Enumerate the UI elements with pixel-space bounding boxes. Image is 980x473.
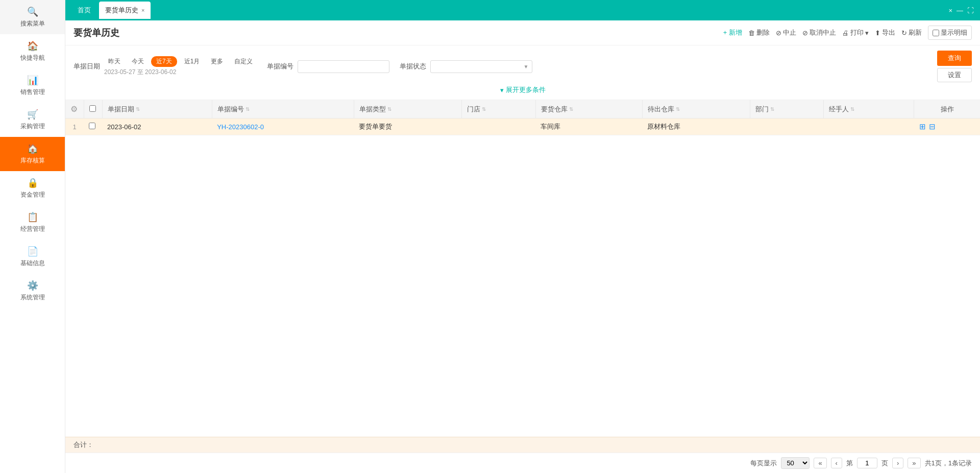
new-button[interactable]: + 新增: [723, 28, 742, 37]
row-delete-icon[interactable]: ⊟: [929, 122, 936, 131]
page-title: 要货单历史: [74, 27, 119, 39]
expand-more-button[interactable]: ▾ 展开更多条件: [74, 85, 972, 94]
base-info-icon: 📄: [27, 246, 38, 257]
print-chevron-icon: ▾: [865, 29, 869, 37]
table-footer: 合计：: [65, 437, 980, 453]
refresh-button[interactable]: ↻ 刷新: [901, 28, 922, 37]
date-filter-group: 单据日期 昨天 今天 近7天 近1月 更多 自定义 2023-05-27 至 2…: [74, 56, 257, 77]
row-req-warehouse: 车间库: [535, 119, 642, 135]
sidebar-item-purchase[interactable]: 🛒 采购管理: [0, 103, 65, 137]
per-page-label: 每页显示: [750, 459, 777, 468]
sidebar-item-label: 采购管理: [20, 122, 45, 131]
cancel-stop-button[interactable]: ⊘ 取消中止: [802, 28, 836, 37]
row-handler: [824, 119, 914, 135]
stop-icon: ⊘: [776, 29, 781, 37]
sidebar-item-operations[interactable]: 📋 经营管理: [0, 205, 65, 240]
cancel-stop-icon: ⊘: [802, 29, 808, 37]
inventory-icon: 🏠: [27, 143, 38, 154]
page-suffix: 页: [881, 459, 888, 468]
doctype-sort-icon[interactable]: ⇅: [387, 106, 391, 112]
expand-chevron-icon: ▾: [500, 86, 504, 94]
sidebar-item-base-info[interactable]: 📄 基础信息: [0, 240, 65, 274]
query-button[interactable]: 查询: [937, 51, 972, 66]
window-close-button[interactable]: ×: [948, 7, 952, 14]
store-sort-icon[interactable]: ⇅: [482, 106, 486, 112]
row-checkbox[interactable]: [89, 123, 95, 129]
status-select[interactable]: [430, 60, 532, 73]
row-pending-warehouse: 原材料仓库: [642, 119, 750, 135]
docnum-sort-icon[interactable]: ⇅: [246, 106, 250, 112]
row-docnum: YH-20230602-0: [212, 119, 354, 135]
col-req-warehouse-header: 要货仓库 ⇅: [535, 100, 642, 119]
last-page-button[interactable]: »: [908, 458, 920, 468]
date-btn-yesterday[interactable]: 昨天: [104, 56, 125, 67]
handler-sort-icon[interactable]: ⇅: [850, 106, 854, 112]
purchase-icon: 🛒: [27, 109, 38, 120]
row-edit-icon[interactable]: ⊞: [919, 122, 926, 131]
display-cell-button[interactable]: 显示明细: [928, 26, 972, 40]
home-icon: 🏠: [27, 40, 38, 52]
col-docnum-header: 单据编号 ⇅: [212, 100, 354, 119]
next-page-button[interactable]: ›: [892, 458, 903, 468]
filter-area: 单据日期 昨天 今天 近7天 近1月 更多 自定义 2023-05-27 至 2…: [65, 45, 980, 100]
active-tab[interactable]: 要货单历史 ×: [99, 2, 151, 19]
date-sort-icon[interactable]: ⇅: [136, 106, 140, 112]
prev-page-button[interactable]: ‹: [831, 458, 842, 468]
first-page-button[interactable]: «: [814, 458, 826, 468]
date-btn-1month[interactable]: 近1月: [180, 56, 204, 67]
sidebar-item-quick-nav[interactable]: 🏠 快捷导航: [0, 34, 65, 68]
sidebar-item-label: 销售管理: [20, 88, 45, 97]
select-all-checkbox[interactable]: [89, 105, 96, 112]
row-docnum-link[interactable]: YH-20230602-0: [217, 123, 264, 131]
date-filter-options: 昨天 今天 近7天 近1月 更多 自定义 2023-05-27 至 2023-0…: [104, 56, 257, 77]
page-area: 要货单历史 + 新增 🗑 删除 ⊘ 中止 ⊘ 取消中止 🖨 打印: [65, 20, 980, 473]
col-store-header: 门店 ⇅: [462, 100, 535, 119]
export-button[interactable]: ⬆ 导出: [875, 28, 895, 37]
sidebar-item-sales[interactable]: 📊 销售管理: [0, 68, 65, 103]
window-maximize-button[interactable]: ⛶: [967, 7, 974, 14]
display-cell-checkbox[interactable]: [933, 30, 939, 36]
col-pending-warehouse-header: 待出仓库 ⇅: [642, 100, 750, 119]
date-btn-today[interactable]: 今天: [128, 56, 148, 67]
main-content: 首页 要货单历史 × × — ⛶ 要货单历史 + 新增 🗑 删除 ⊘ 中: [65, 0, 980, 473]
sidebar-item-system[interactable]: ⚙️ 系统管理: [0, 274, 65, 308]
req-warehouse-sort-icon[interactable]: ⇅: [569, 106, 573, 112]
date-btn-custom[interactable]: 自定义: [230, 56, 257, 67]
topbar: 首页 要货单历史 × × — ⛶: [65, 0, 980, 20]
col-handler-header: 经手人 ⇅: [824, 100, 914, 119]
row-index: 1: [65, 119, 84, 135]
date-btn-more[interactable]: 更多: [207, 56, 227, 67]
refresh-icon: ↻: [901, 29, 907, 37]
topbar-right: × — ⛶: [948, 7, 974, 14]
sidebar-item-label: 搜索菜单: [20, 19, 45, 28]
home-tab[interactable]: 首页: [71, 3, 97, 18]
search-menu-icon: 🔍: [27, 6, 38, 17]
toolbar: + 新增 🗑 删除 ⊘ 中止 ⊘ 取消中止 🖨 打印 ▾: [723, 26, 972, 40]
status-filter-label: 单据状态: [400, 62, 426, 71]
page-number-input[interactable]: [857, 458, 877, 468]
sidebar-item-inventory[interactable]: 🏠 库存核算: [0, 137, 65, 171]
row-department: [750, 119, 824, 135]
per-page-select[interactable]: 50 100 200: [781, 457, 810, 469]
close-tab-button[interactable]: ×: [141, 7, 144, 13]
print-button[interactable]: 🖨 打印 ▾: [842, 28, 869, 37]
delete-icon: 🗑: [748, 29, 755, 37]
operations-icon: 📋: [27, 211, 38, 223]
sidebar-item-label: 快捷导航: [20, 54, 45, 62]
table-area: ⚙ 单据日期 ⇅ 单据编号: [65, 100, 980, 437]
table-settings-icon[interactable]: ⚙: [70, 105, 78, 113]
print-icon: 🖨: [842, 29, 849, 37]
setting-button[interactable]: 设置: [937, 68, 972, 82]
filter-row: 单据日期 昨天 今天 近7天 近1月 更多 自定义 2023-05-27 至 2…: [74, 51, 972, 82]
docnum-input[interactable]: [298, 60, 389, 73]
delete-button[interactable]: 🗑 删除: [748, 28, 770, 37]
window-minimize-button[interactable]: —: [957, 7, 963, 14]
sidebar-item-search-menu[interactable]: 🔍 搜索菜单: [0, 0, 65, 34]
date-btn-7days[interactable]: 近7天: [151, 56, 177, 67]
sidebar-item-finance[interactable]: 🔒 资金管理: [0, 171, 65, 205]
pending-warehouse-sort-icon[interactable]: ⇅: [676, 106, 680, 112]
dept-sort-icon[interactable]: ⇅: [770, 106, 774, 112]
col-actions-header: 操作: [914, 100, 980, 119]
stop-button[interactable]: ⊘ 中止: [776, 28, 796, 37]
sidebar-item-label: 资金管理: [20, 191, 45, 199]
